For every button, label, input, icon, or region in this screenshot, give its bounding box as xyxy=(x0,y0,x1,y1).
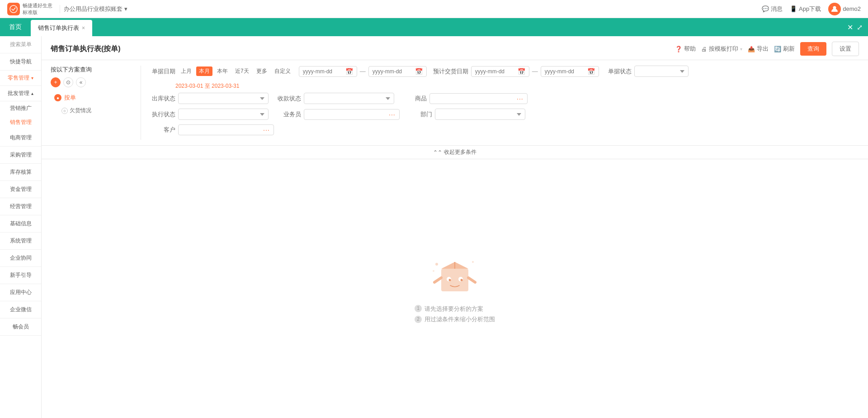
payment-status-select[interactable] xyxy=(304,93,394,104)
empty-num-1: 1 xyxy=(415,305,422,312)
sidebar-item-basic[interactable]: 基础信息 xyxy=(0,215,41,233)
app-download-button[interactable]: 📱 App下载 xyxy=(790,5,821,13)
filter-panel: 按以下方案查询 + ⊙ « ● 按单 ○ 欠货情况 xyxy=(42,60,868,146)
date-tab-lastmonth[interactable]: 上月 xyxy=(178,66,194,76)
date-tab-custom[interactable]: 自定义 xyxy=(272,66,293,76)
sidebar-item-operation[interactable]: 经营管理 xyxy=(0,198,41,215)
salesperson-input[interactable] xyxy=(308,111,387,118)
payment-status-label: 收款状态 xyxy=(274,95,301,103)
doc-status-select[interactable] xyxy=(634,66,689,77)
date-end-wrap: 📅 xyxy=(368,66,427,77)
goods-label: 商品 xyxy=(400,95,427,103)
expected-date-end-input[interactable] xyxy=(545,68,585,75)
help-button[interactable]: ❓ 帮助 xyxy=(675,45,696,53)
expected-date-start-wrap: 📅 xyxy=(471,66,529,77)
date-end-input[interactable] xyxy=(373,68,413,75)
dept-select[interactable] xyxy=(435,109,525,120)
sidebar-item-sales[interactable]: 销售管理 xyxy=(0,115,41,129)
sidebar-item-finance[interactable]: 资金管理 xyxy=(0,181,41,198)
download-icon: 📱 xyxy=(790,5,797,12)
scheme-add-button[interactable]: + xyxy=(51,77,61,87)
doc-status-label: 单据状态 xyxy=(604,67,632,76)
chevron-icon: ▴ xyxy=(31,91,33,96)
svg-point-9 xyxy=(433,270,434,272)
sidebar-item-corp[interactable]: 企业协同 xyxy=(0,250,41,267)
svg-point-0 xyxy=(10,5,17,13)
svg-point-7 xyxy=(435,263,438,266)
sidebar-item-wholesale[interactable]: 批发管理 ▴ xyxy=(0,86,41,101)
sidebar-item-search[interactable]: 搜索菜单 xyxy=(0,36,41,53)
user-menu[interactable]: demo2 xyxy=(828,3,861,15)
salesperson-more-button[interactable]: ··· xyxy=(389,111,396,118)
sidebar-item-marketing[interactable]: 营销推广 xyxy=(0,101,41,115)
customer-more-button[interactable]: ··· xyxy=(263,126,270,133)
logo-icon xyxy=(7,3,20,15)
chevron-icon: ▾ xyxy=(31,76,33,81)
settings-button[interactable]: 设置 xyxy=(832,42,859,56)
goods-more-button[interactable]: ··· xyxy=(517,95,524,102)
collapse-bar[interactable]: ⌃⌃ 收起更多条件 xyxy=(42,146,868,159)
collapse-icon: ⌃⌃ xyxy=(433,149,442,156)
customer-input-wrap: ··· xyxy=(178,124,274,135)
template-print-button[interactable]: 🖨 按模板打印 ▾ xyxy=(701,45,742,53)
ship-status-select[interactable] xyxy=(178,93,269,104)
sidebar-item-retail[interactable]: 零售管理 ▾ xyxy=(0,71,41,86)
empty-text-item-1: 1 请先选择要分析的方案 xyxy=(415,304,495,314)
exec-status-select[interactable] xyxy=(178,109,269,120)
sidebar-item-system[interactable]: 系统管理 xyxy=(0,233,41,250)
query-button[interactable]: 查询 xyxy=(800,42,826,56)
message-button[interactable]: 💬 消息 xyxy=(762,5,783,13)
filter-field-payment-status: 收款状态 xyxy=(274,93,394,104)
sidebar-item-apps[interactable]: 应用中心 xyxy=(0,284,41,301)
scheme-item-order[interactable]: ● 按单 xyxy=(51,91,135,104)
nav-dropdown[interactable]: 办公用品行业模拟账套 ▾ xyxy=(60,5,131,13)
logo-area: 畅捷通好生意 标准版 xyxy=(7,2,52,15)
dept-label: 部门 xyxy=(405,110,432,119)
calendar-expected-start-icon[interactable]: 📅 xyxy=(518,68,525,75)
export-button[interactable]: 📤 导出 xyxy=(748,45,769,53)
date-tab-thismonth[interactable]: 本月 xyxy=(196,66,212,76)
filter-scheme-panel: 按以下方案查询 + ⊙ « ● 按单 ○ 欠货情况 xyxy=(51,66,141,140)
filter-row-3: 执行状态 业务员 ··· 部门 xyxy=(148,109,859,120)
tab-bar-right: ✕ ⤢ xyxy=(847,23,868,32)
calendar-expected-end-icon[interactable]: 📅 xyxy=(587,68,595,75)
svg-point-5 xyxy=(449,279,451,281)
goods-input[interactable] xyxy=(434,95,515,102)
scheme-collapse-button[interactable]: « xyxy=(76,77,86,87)
filter-field-goods: 商品 ··· xyxy=(400,93,528,104)
window-close-icon[interactable]: ✕ xyxy=(847,23,853,32)
scheme-item-shortage[interactable]: ○ 欠货情况 xyxy=(51,104,135,117)
empty-num-2: 2 xyxy=(415,316,422,323)
date-start-input[interactable] xyxy=(303,68,344,75)
filter-fields: 单据日期 上月 本月 本年 近7天 更多 自定义 xyxy=(141,66,859,140)
tab-active[interactable]: 销售订单执行表 × xyxy=(31,20,92,36)
sidebar-item-newbie[interactable]: 新手引导 xyxy=(0,267,41,284)
sidebar-item-quicknav[interactable]: 快捷导航 xyxy=(0,53,41,71)
window-expand-icon[interactable]: ⤢ xyxy=(857,23,863,32)
sidebar-item-inventory[interactable]: 库存核算 xyxy=(0,164,41,181)
date-tab-more[interactable]: 更多 xyxy=(254,66,270,76)
date-tab-7days[interactable]: 近7天 xyxy=(232,66,252,76)
goods-input-wrap: ··· xyxy=(429,93,528,104)
calendar-start-icon[interactable]: 📅 xyxy=(345,68,353,75)
tab-bar: 首页 销售订单执行表 × ✕ ⤢ xyxy=(0,18,868,36)
sidebar-item-wechat[interactable]: 企业微信 xyxy=(0,301,41,318)
tab-close-icon[interactable]: × xyxy=(82,25,85,31)
date-label: 单据日期 xyxy=(148,67,175,76)
sidebar-item-member[interactable]: 畅会员 xyxy=(0,318,41,336)
top-header: 畅捷通好生意 标准版 办公用品行业模拟账套 ▾ 💬 消息 📱 App下载 dem… xyxy=(0,0,868,18)
customer-label: 客户 xyxy=(148,126,175,134)
scheme-copy-button[interactable]: ⊙ xyxy=(63,77,73,87)
filter-field-customer: 客户 ··· xyxy=(148,124,274,135)
calendar-end-icon[interactable]: 📅 xyxy=(415,68,423,75)
tab-home[interactable]: 首页 xyxy=(0,18,31,36)
refresh-button[interactable]: 🔄 刷新 xyxy=(774,45,795,53)
customer-input[interactable] xyxy=(182,127,261,133)
sidebar-item-ecommerce[interactable]: 电商管理 xyxy=(0,129,41,147)
expected-date-start-input[interactable] xyxy=(475,68,516,75)
sidebar-item-purchase[interactable]: 采购管理 xyxy=(0,147,41,164)
filter-row-2: 出库状态 收款状态 商品 xyxy=(148,93,859,104)
date-tab-thisyear[interactable]: 本年 xyxy=(214,66,231,76)
print-icon: 🖨 xyxy=(701,46,707,52)
filter-field-dept: 部门 xyxy=(405,109,525,120)
